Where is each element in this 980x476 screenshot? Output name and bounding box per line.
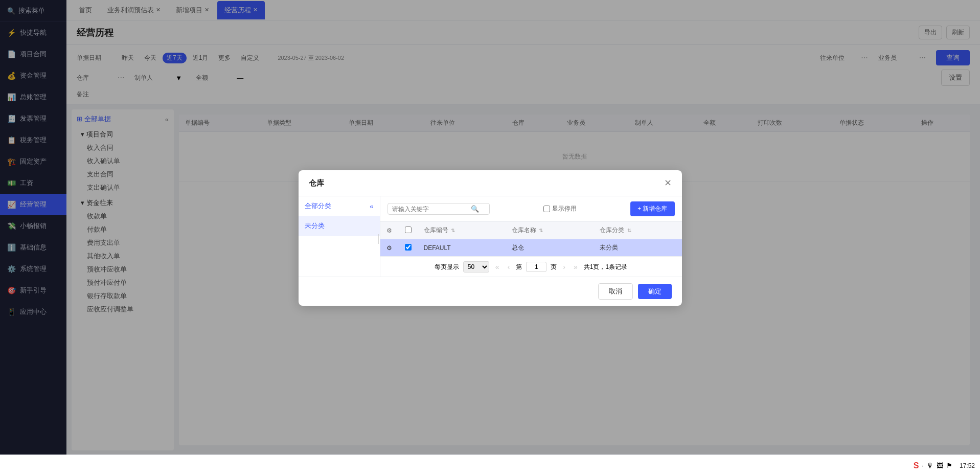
row-config-cell[interactable]: ⚙	[380, 239, 399, 257]
row-name-cell: 总仓	[506, 239, 594, 257]
modal-search-box[interactable]: 🔍	[388, 203, 490, 215]
col-config[interactable]: ⚙	[380, 222, 399, 239]
category-panel: 全部分类 « 未分类 |	[299, 196, 380, 277]
category-scroll-area	[299, 236, 380, 277]
confirm-button[interactable]: 确定	[638, 284, 672, 299]
add-warehouse-button[interactable]: + 新增仓库	[630, 201, 674, 216]
modal-search-icon: 🔍	[471, 205, 479, 213]
modal-table: ⚙ 仓库编号 ⇅ 仓库名称 ⇅ 仓库分类 ⇅ ⚙ DEFAU	[380, 222, 682, 257]
row-checkbox-cell[interactable]	[399, 239, 418, 257]
modal-page-end-label: 页	[551, 263, 557, 271]
taskbar-mic-icon: 🎙	[927, 462, 933, 469]
select-all-checkbox[interactable]	[405, 226, 412, 233]
modal-next-page-btn[interactable]: ›	[561, 263, 567, 271]
content-toolbar: 🔍 显示停用 + 新增仓库	[380, 196, 682, 222]
modal-page-size-select[interactable]: 501020100	[463, 261, 489, 273]
scroll-thumb[interactable]: |	[377, 233, 379, 244]
col-name[interactable]: 仓库名称 ⇅	[506, 222, 594, 239]
modal-table-container: ⚙ 仓库编号 ⇅ 仓库名称 ⇅ 仓库分类 ⇅ ⚙ DEFAU	[380, 222, 682, 257]
col-code[interactable]: 仓库编号 ⇅	[418, 222, 506, 239]
col-category[interactable]: 仓库分类 ⇅	[594, 222, 681, 239]
warehouse-modal: 仓库 ✕ 全部分类 « 未分类 |	[299, 170, 682, 306]
col-checkbox	[399, 222, 418, 239]
modal-title: 仓库	[309, 178, 324, 188]
show-disabled-label: 显示停用	[552, 205, 577, 213]
modal-pagination: 每页显示 501020100 « ‹ 第 页 › » 共1页，1条记录	[380, 257, 682, 277]
content-panel: 🔍 显示停用 + 新增仓库 ⚙	[380, 196, 682, 277]
modal-page-size-label: 每页显示	[435, 263, 459, 271]
taskbar-img-icon: 🖼	[937, 462, 943, 469]
taskbar-time: 17:52	[960, 462, 975, 469]
modal-search-input[interactable]	[392, 206, 469, 213]
show-disabled-checkbox[interactable]	[543, 206, 550, 212]
taskbar: S · 🎙 🖼 ⚑ 17:52	[0, 455, 980, 476]
taskbar-s-icon: S	[914, 461, 919, 470]
modal-current-page-input[interactable]	[526, 262, 546, 272]
show-disabled-option[interactable]: 显示停用	[543, 205, 577, 213]
category-uncategorized-label: 未分类	[305, 222, 325, 230]
category-uncategorized[interactable]: 未分类	[299, 216, 380, 236]
row-code-cell: DEFAULT	[418, 239, 506, 257]
modal-page-label: 第	[516, 263, 522, 271]
taskbar-flag-icon: ⚑	[946, 462, 952, 469]
taskbar-icons: S · 🎙 🖼 ⚑ 17:52	[914, 461, 975, 470]
modal-header: 仓库 ✕	[299, 170, 682, 196]
modal-last-page-btn[interactable]: »	[572, 263, 580, 271]
row-checkbox[interactable]	[405, 244, 412, 251]
all-categories-label: 全部分类	[305, 201, 331, 211]
modal-total-info: 共1页，1条记录	[584, 263, 627, 271]
collapse-category-icon[interactable]: «	[370, 202, 373, 210]
modal-table-header: ⚙ 仓库编号 ⇅ 仓库名称 ⇅ 仓库分类 ⇅	[380, 222, 682, 239]
row-category-cell: 未分类	[594, 239, 681, 257]
modal-footer: 取消 确定	[299, 277, 682, 306]
table-row[interactable]: ⚙ DEFAULT 总仓 未分类	[380, 239, 682, 257]
modal-close-button[interactable]: ✕	[664, 177, 672, 189]
cancel-button[interactable]: 取消	[598, 283, 633, 300]
all-categories-header[interactable]: 全部分类 «	[299, 196, 380, 216]
modal-first-page-btn[interactable]: «	[493, 263, 502, 271]
modal-overlay: 仓库 ✕ 全部分类 « 未分类 |	[0, 0, 980, 476]
modal-prev-page-btn[interactable]: ‹	[506, 263, 512, 271]
modal-body: 全部分类 « 未分类 | 🔍	[299, 196, 682, 277]
taskbar-dot-icon: ·	[922, 462, 924, 469]
